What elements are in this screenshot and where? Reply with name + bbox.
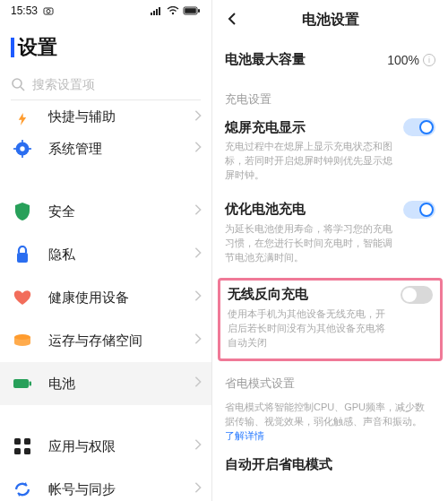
setting-title: 熄屏充电显示 [225, 119, 403, 136]
svg-rect-4 [156, 9, 158, 15]
wifi-icon [167, 6, 179, 15]
settings-list-pane: 15:53 设置 快捷与辅助 系统管理 [0, 0, 212, 501]
capacity-value-text: 100% [387, 53, 419, 67]
sidebar-item-label: 电池 [48, 376, 192, 393]
toggle-screenoff-charge[interactable] [403, 118, 435, 136]
shield-icon [13, 202, 32, 221]
setting-powersave-desc: 省电模式将智能控制CPU、GPU频率，减少数据传输、视觉效果，弱化触感、声音和振… [212, 393, 448, 447]
chevron-right-icon [192, 289, 204, 306]
svg-rect-9 [198, 9, 200, 13]
sidebar-item-label: 帐号与同步 [48, 481, 192, 498]
sidebar-item-battery[interactable]: 电池 [0, 362, 211, 405]
info-icon[interactable]: i [423, 54, 435, 66]
battery-item-icon [13, 374, 32, 393]
svg-rect-8 [185, 8, 196, 13]
sidebar-item-account[interactable]: 帐号与同步 [0, 468, 211, 501]
chevron-right-icon [192, 333, 204, 349]
chevron-right-icon [192, 246, 204, 263]
detail-title: 电池设置 [225, 11, 435, 30]
lock-icon [13, 245, 32, 264]
svg-point-10 [13, 79, 22, 88]
svg-rect-5 [159, 7, 160, 15]
sidebar-item-label: 安全 [48, 203, 192, 220]
svg-rect-21 [30, 382, 32, 386]
sidebar-item-label: 应用与权限 [48, 438, 192, 455]
setting-optimize-charge: 优化电池充电 为延长电池使用寿命，将学习您的充电习惯，在您进行长时间充电时，智能… [212, 192, 448, 274]
sidebar-item-wellbeing[interactable]: 健康使用设备 [0, 276, 211, 319]
desc-text: 省电模式将智能控制CPU、GPU频率，减少数据传输、视觉效果，弱化触感、声音和振… [225, 402, 425, 427]
signal-icon [151, 6, 163, 15]
sidebar-item-label: 运存与存储空间 [48, 333, 192, 350]
sidebar-item-security[interactable]: 安全 [0, 190, 211, 233]
detail-header: 电池设置 [212, 9, 448, 39]
svg-rect-3 [153, 11, 155, 15]
sidebar-item-label: 健康使用设备 [48, 289, 192, 307]
chevron-right-icon [192, 203, 204, 220]
svg-rect-18 [17, 253, 28, 263]
svg-rect-17 [29, 148, 31, 150]
status-time: 15:53 [11, 4, 38, 17]
sidebar-item-label: 快捷与辅助 [48, 108, 192, 125]
sidebar-item-apps[interactable]: 应用与权限 [0, 425, 211, 468]
setting-desc: 为延长电池使用寿命，将学习您的充电习惯，在您进行长时间充电时，智能调节电池充满时… [225, 222, 435, 265]
page-title: 设置 [0, 22, 211, 70]
svg-point-13 [20, 146, 24, 151]
page-title-text: 设置 [18, 34, 57, 61]
search-input[interactable] [32, 77, 201, 91]
setting-auto-powersave[interactable]: 自动开启省电模式 [212, 447, 448, 473]
gear-icon [13, 139, 32, 159]
svg-line-11 [21, 87, 24, 91]
chevron-right-icon [192, 438, 204, 454]
search-bar[interactable] [11, 73, 201, 100]
setting-screenoff-charge: 熄屏充电显示 充电过程中在熄屏上显示充电状态和图标，若同时开启熄屏时钟则优先显示… [212, 109, 448, 192]
svg-point-6 [172, 13, 174, 14]
capacity-label: 电池最大容量 [225, 51, 306, 68]
battery-settings-pane: 电池设置 电池最大容量 100% i 充电设置 熄屏充电显示 充电过程中在熄屏上… [212, 0, 448, 501]
toggle-reverse-charge[interactable] [401, 286, 433, 304]
svg-rect-15 [22, 155, 23, 158]
sidebar-item-privacy[interactable]: 隐私 [0, 233, 211, 276]
camera-icon [43, 6, 54, 15]
section-charging: 充电设置 [212, 81, 448, 109]
setting-title: 优化电池充电 [225, 201, 403, 218]
battery-icon [183, 6, 201, 15]
svg-rect-20 [13, 379, 29, 388]
capacity-value: 100% i [387, 53, 435, 67]
disk-icon [13, 331, 32, 350]
svg-rect-23 [24, 438, 30, 445]
setting-title: 无线反向充电 [228, 286, 401, 303]
sidebar-item-label: 隐私 [48, 246, 192, 263]
settings-list: 快捷与辅助 系统管理 安全 [0, 104, 211, 501]
svg-rect-2 [151, 13, 152, 15]
sidebar-item-shortcuts[interactable]: 快捷与辅助 [0, 104, 211, 127]
apps-icon [13, 436, 32, 456]
sync-icon [13, 479, 32, 499]
chevron-right-icon [192, 109, 204, 125]
setting-reverse-charge: 无线反向充电 使用本手机为其他设备无线充电，开启后若长时间没有为其他设备充电将自… [228, 286, 433, 350]
sidebar-item-label: 系统管理 [48, 141, 192, 158]
sidebar-item-system[interactable]: 系统管理 [0, 127, 211, 170]
section-powersave: 省电模式设置 [212, 365, 448, 393]
setting-desc: 充电过程中在熄屏上显示充电状态和图标，若同时开启熄屏时钟则优先显示熄屏时钟。 [225, 140, 435, 183]
svg-rect-24 [14, 448, 21, 454]
setting-desc: 省电模式将智能控制CPU、GPU频率，减少数据传输、视觉效果，弱化触感、声音和振… [225, 401, 435, 444]
highlight-reverse-charge: 无线反向充电 使用本手机为其他设备无线充电，开启后若长时间没有为其他设备充电将自… [218, 278, 443, 362]
chevron-right-icon [192, 141, 204, 157]
svg-rect-16 [13, 148, 16, 150]
svg-rect-14 [22, 140, 23, 143]
toggle-optimize-charge[interactable] [403, 201, 435, 219]
setting-title: 自动开启省电模式 [225, 456, 435, 473]
chevron-right-icon [192, 376, 204, 392]
bolt-icon [13, 106, 32, 125]
svg-rect-25 [24, 448, 30, 454]
battery-capacity-row[interactable]: 电池最大容量 100% i [212, 39, 448, 81]
svg-point-1 [47, 10, 50, 13]
sidebar-item-storage[interactable]: 运存与存储空间 [0, 319, 211, 362]
learn-more-link[interactable]: 了解详情 [225, 430, 264, 441]
title-accent [11, 38, 14, 57]
svg-rect-22 [14, 438, 21, 445]
chevron-right-icon [192, 481, 204, 497]
search-icon [11, 77, 25, 91]
heart-icon [13, 288, 32, 307]
status-bar: 15:53 [0, 0, 211, 22]
